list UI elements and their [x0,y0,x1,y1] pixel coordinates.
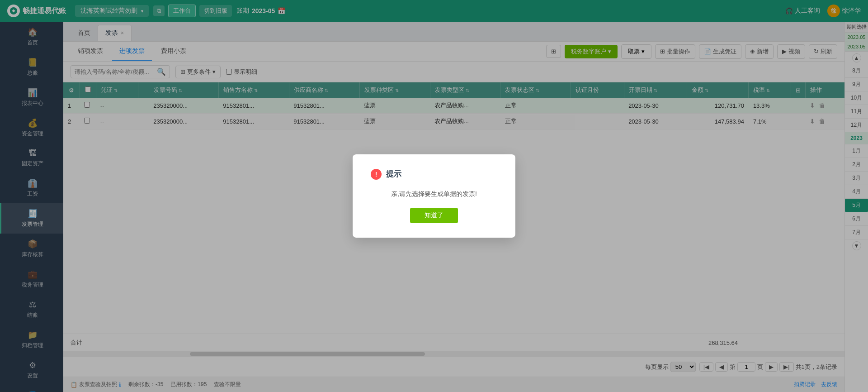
modal-box: ! 提示 亲,请先选择要生成单据的发票! 知道了 [353,154,515,238]
modal-message: 亲,请先选择要生成单据的发票! [391,189,477,199]
modal-title: 提示 [386,169,401,179]
modal-overlay: ! 提示 亲,请先选择要生成单据的发票! 知道了 [0,0,868,392]
modal-warning-icon: ! [371,169,382,180]
modal-title-row: ! 提示 [371,169,401,180]
modal-confirm-button[interactable]: 知道了 [410,208,458,223]
